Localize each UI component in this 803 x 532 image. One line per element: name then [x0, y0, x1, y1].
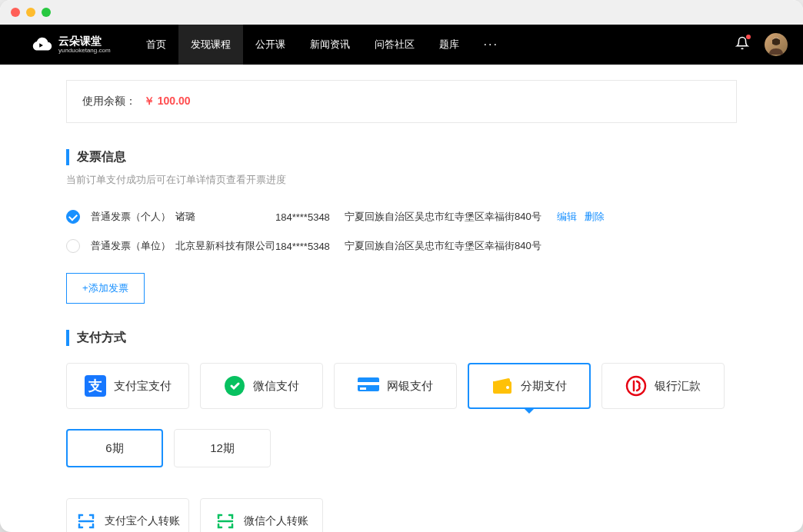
svg-point-7 — [506, 386, 509, 389]
transfer-label: 支付宝个人转账 — [105, 514, 180, 528]
payment-section: 支付方式 支 支付宝支付 微信支付 — [66, 330, 737, 532]
nav-discover-courses[interactable]: 发现课程 — [178, 25, 243, 65]
invoice-phone: 184****5348 — [275, 211, 345, 223]
invoice-row[interactable]: 普通发票（单位） 北京昱新科技有限公司 184****5348 宁夏回族自治区吴… — [66, 231, 737, 261]
maximize-window-icon[interactable] — [42, 8, 51, 17]
payment-label: 网银支付 — [387, 379, 433, 394]
bank-card-icon — [358, 375, 379, 397]
nav-news[interactable]: 新闻资讯 — [298, 25, 362, 65]
invoice-name: 诸璐 — [175, 210, 275, 224]
invoice-type: 普通发票（个人） — [91, 210, 175, 224]
payment-title: 支付方式 — [66, 330, 737, 346]
wechat-icon — [224, 375, 245, 397]
invoice-type: 普通发票（单位） — [91, 239, 175, 253]
balance-label: 使用余额： — [82, 95, 136, 107]
svg-rect-5 — [358, 382, 379, 385]
logo-subtitle: yunduoketang.com — [58, 48, 111, 54]
payment-remit[interactable]: 银行汇款 — [601, 363, 725, 409]
installment-12[interactable]: 12期 — [174, 429, 271, 467]
balance-box: 使用余额： ￥ 100.00 — [66, 80, 737, 123]
payment-bank[interactable]: 网银支付 — [334, 363, 457, 409]
nav-home[interactable]: 首页 — [134, 25, 178, 65]
user-avatar[interactable] — [765, 33, 788, 56]
invoice-title: 发票信息 — [66, 149, 737, 165]
logo-text: 云朵课堂 — [58, 35, 111, 46]
invoice-address: 宁夏回族自治区吴忠市红寺堡区幸福街840号 — [345, 210, 541, 224]
avatar-icon — [765, 33, 788, 56]
add-invoice-button[interactable]: +添加发票 — [66, 273, 145, 304]
scan-green-icon — [215, 510, 236, 532]
svg-point-8 — [627, 377, 645, 395]
nav-question-bank[interactable]: 题库 — [427, 25, 471, 65]
delete-invoice-button[interactable]: 删除 — [585, 210, 605, 224]
main-header: 云朵课堂 yunduoketang.com 首页 发现课程 公开课 新闻资讯 问… — [0, 25, 803, 65]
balance-amount: ￥ 100.00 — [144, 95, 191, 107]
cloud-logo-icon — [31, 33, 54, 56]
invoice-phone: 184****5348 — [275, 241, 345, 252]
close-window-icon[interactable] — [11, 8, 20, 17]
invoice-section: 发票信息 当前订单支付成功后可在订单详情页查看开票进度 普通发票（个人） 诸璐 … — [66, 149, 737, 304]
edit-invoice-button[interactable]: 编辑 — [557, 210, 577, 224]
logo[interactable]: 云朵课堂 yunduoketang.com — [31, 33, 111, 56]
wallet-icon — [491, 375, 513, 397]
payment-label: 微信支付 — [253, 379, 299, 394]
invoice-radio-icon[interactable] — [66, 239, 80, 253]
invoice-name: 北京昱新科技有限公司 — [175, 239, 275, 253]
minimize-window-icon[interactable] — [26, 8, 35, 17]
window-titlebar — [0, 0, 803, 25]
payment-label: 银行汇款 — [655, 379, 701, 394]
payment-alipay[interactable]: 支 支付宝支付 — [66, 363, 189, 409]
invoice-address: 宁夏回族自治区吴忠市红寺堡区幸福街840号 — [345, 239, 541, 253]
scan-blue-icon — [75, 510, 97, 532]
alipay-icon: 支 — [85, 375, 106, 397]
remit-icon — [625, 375, 647, 397]
invoice-subtitle: 当前订单支付成功后可在订单详情页查看开票进度 — [66, 173, 737, 187]
invoice-row[interactable]: 普通发票（个人） 诸璐 184****5348 宁夏回族自治区吴忠市红寺堡区幸福… — [66, 202, 737, 231]
nav-public-courses[interactable]: 公开课 — [243, 25, 298, 65]
svg-text:支: 支 — [88, 378, 102, 394]
transfer-alipay[interactable]: 支付宝个人转账 — [66, 498, 189, 532]
nav-qa-community[interactable]: 问答社区 — [362, 25, 427, 65]
invoice-radio-checked-icon[interactable] — [66, 210, 80, 224]
transfer-label: 微信个人转账 — [244, 514, 308, 528]
payment-label: 分期支付 — [521, 379, 567, 394]
main-nav: 首页 发现课程 公开课 新闻资讯 问答社区 题库 ··· — [134, 25, 511, 65]
payment-wechat[interactable]: 微信支付 — [200, 363, 323, 409]
notification-dot-icon — [746, 35, 751, 39]
svg-rect-6 — [360, 387, 366, 390]
transfer-wechat[interactable]: 微信个人转账 — [200, 498, 323, 532]
nav-more-icon[interactable]: ··· — [471, 25, 511, 65]
payment-label: 支付宝支付 — [114, 379, 172, 394]
installment-6[interactable]: 6期 — [66, 429, 163, 467]
notification-bell-icon[interactable] — [735, 36, 749, 53]
payment-installment[interactable]: 分期支付 — [468, 363, 591, 409]
